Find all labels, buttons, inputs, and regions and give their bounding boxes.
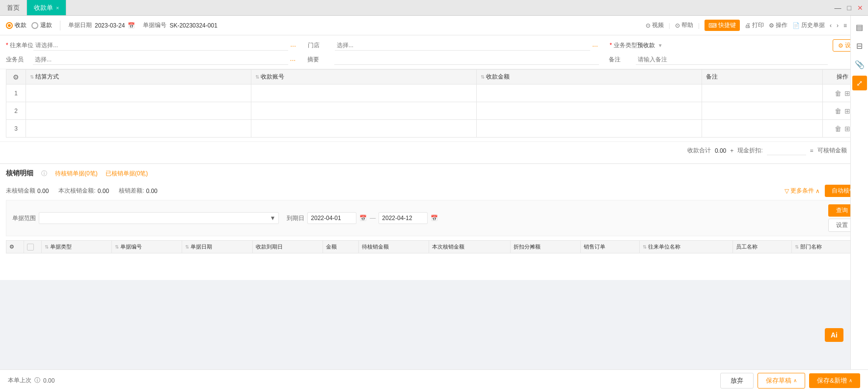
- sidebar-icon-1[interactable]: ▤: [852, 20, 867, 34]
- row-account-2[interactable]: [251, 102, 476, 120]
- delete-icon-1[interactable]: 🗑: [835, 89, 841, 97]
- help-label: 帮助: [681, 21, 693, 29]
- nav-next-btn[interactable]: ›: [837, 22, 839, 29]
- row-payment-2[interactable]: [26, 102, 251, 120]
- current-stat: 本次核销金额: 0.00: [58, 187, 109, 195]
- query-section: 单据范围 ▼ 到期日 📅 — 📅 查询 设置: [6, 200, 862, 236]
- radio-refund[interactable]: 退款: [31, 21, 52, 29]
- sidebar-icon-2[interactable]: ⊟: [852, 38, 867, 53]
- cal-icon-from[interactable]: 📅: [359, 215, 367, 222]
- receipt-table: ⚙ ⇅ 结算方式 ⇅ 收款账号 ⇅ 收款金额 备注 操作: [6, 69, 862, 138]
- total-value: 0.00: [715, 147, 726, 154]
- date-from-input[interactable]: [307, 212, 356, 224]
- tab-receipt[interactable]: 收款单 ×: [27, 0, 66, 15]
- store-input[interactable]: [335, 40, 590, 51]
- date-to-input[interactable]: [379, 212, 428, 224]
- range-select[interactable]: ▼: [39, 212, 279, 224]
- list-view-btn[interactable]: ≡: [843, 22, 847, 29]
- operation-btn[interactable]: ⚙ 操作: [769, 21, 787, 29]
- copy-icon-1[interactable]: ⊞: [844, 89, 850, 97]
- calendar-icon[interactable]: 📅: [128, 22, 135, 29]
- sidebar-icon-4[interactable]: ⤢: [852, 76, 867, 90]
- date-field: 到期日 📅 — 📅: [287, 212, 820, 224]
- close-btn[interactable]: ✕: [857, 4, 863, 12]
- radio-receipt-dot: [6, 22, 13, 29]
- done-tab[interactable]: 已核销单据(0笔): [106, 169, 148, 178]
- toolbar: 收款 退款 单据日期 2023-03-24 📅 单据编号 SK-20230324…: [0, 16, 868, 35]
- staff-more-btn[interactable]: ···: [288, 56, 298, 64]
- cal-icon-to[interactable]: 📅: [431, 215, 438, 222]
- discount-input[interactable]: [767, 146, 806, 155]
- counterparty-group: 往来单位 ···: [6, 40, 298, 51]
- staff-label: 业务员: [6, 56, 33, 64]
- shortcut-icon: ⌨: [708, 22, 717, 29]
- table-row: 1 🗑 ⊞: [6, 84, 862, 102]
- col-amount: ⇅ 收款金额: [476, 70, 702, 84]
- biz-type-value: 预收款: [637, 41, 655, 50]
- writeoff-stats: 未核销金额 0.00 本次核销金额: 0.00 核销差额: 0.00 ▽ 更多条…: [6, 182, 862, 200]
- biz-type-dropdown-icon[interactable]: ▼: [658, 43, 663, 48]
- shortcut-btn[interactable]: ⌨ 快捷键: [705, 20, 740, 31]
- col-current-amount: 本次核销金额: [429, 241, 511, 253]
- row-payment-3[interactable]: [26, 120, 251, 138]
- col-discount: 折扣分摊额: [511, 241, 581, 253]
- diff-stat: 核销差额: 0.00: [119, 187, 158, 195]
- row-amount-3[interactable]: [476, 120, 702, 138]
- row-payment-1[interactable]: [26, 84, 251, 102]
- row-num-1: 1: [6, 84, 26, 102]
- row-amount-1[interactable]: [476, 84, 702, 102]
- select-all-checkbox[interactable]: [27, 244, 34, 251]
- counterparty-label: 往来单位: [6, 41, 33, 50]
- operation-label: 操作: [776, 21, 787, 29]
- col-remark: 备注: [702, 70, 822, 84]
- equals-sign: =: [810, 147, 814, 154]
- video-label: 视频: [652, 21, 664, 29]
- table-row: 3 🗑 ⊞: [6, 120, 862, 138]
- unverified-stat: 未核销金额 0.00: [6, 187, 49, 195]
- radio-receipt[interactable]: 收款: [6, 21, 27, 29]
- bottom-gear-icon[interactable]: ⚙: [9, 244, 14, 250]
- nav-prev-btn[interactable]: ‹: [830, 22, 832, 29]
- row-remark-1[interactable]: [702, 84, 822, 102]
- staff-input[interactable]: [33, 55, 288, 65]
- copy-icon-3[interactable]: ⊞: [844, 125, 850, 133]
- col-gear-bottom[interactable]: ⚙: [6, 241, 24, 253]
- more-conditions-btn[interactable]: ▽ 更多条件 ∧: [785, 187, 820, 195]
- total-label: 收款合计: [687, 146, 711, 155]
- doc-no-value: SK-20230324-001: [169, 22, 217, 29]
- form-row-1: 往来单位 ··· 门店 ··· 业务类型 预收款 ▼ ⚙ 设置: [6, 39, 862, 52]
- copy-icon-2[interactable]: ⊞: [844, 107, 850, 115]
- row-amount-2[interactable]: [476, 102, 702, 120]
- sidebar-icon-3[interactable]: 📎: [852, 57, 867, 72]
- tab-home[interactable]: 首页: [0, 0, 27, 15]
- store-group: 门店 ···: [308, 40, 600, 51]
- delete-icon-3[interactable]: 🗑: [835, 125, 841, 133]
- writeoff-title: 核销明细: [6, 169, 33, 178]
- help-btn[interactable]: ⊙ 帮助: [675, 21, 693, 29]
- store-more-btn[interactable]: ···: [590, 42, 600, 50]
- table-gear-icon[interactable]: ⚙: [13, 73, 19, 81]
- maximize-btn[interactable]: □: [847, 4, 851, 12]
- remark-input[interactable]: [636, 55, 828, 65]
- counterparty-more-btn[interactable]: ···: [288, 42, 298, 50]
- writeoff-table: ⚙ ⇅ 单据类型 ⇅ 单据编号: [6, 240, 862, 253]
- row-account-3[interactable]: [251, 120, 476, 138]
- print-btn[interactable]: 🖨 打印: [745, 21, 764, 29]
- row-remark-3[interactable]: [702, 120, 822, 138]
- col-counterparty-name: ⇅ 往来单位名称: [640, 241, 732, 253]
- video-btn[interactable]: ⊙ 视频: [646, 21, 664, 29]
- right-sidebar: ▤ ⊟ 📎 ⤢: [850, 16, 868, 280]
- range-field: 单据范围 ▼: [12, 212, 279, 224]
- row-account-1[interactable]: [251, 84, 476, 102]
- writeoff-info-icon[interactable]: ⓘ: [41, 169, 47, 178]
- minimize-btn[interactable]: —: [835, 4, 841, 12]
- col-amount: 金额: [323, 241, 359, 253]
- history-btn[interactable]: 📄 历史单据: [792, 21, 825, 29]
- summary-input[interactable]: [334, 55, 599, 65]
- tab-close-btn[interactable]: ×: [56, 5, 59, 11]
- col-gear[interactable]: ⚙: [6, 70, 26, 84]
- delete-icon-2[interactable]: 🗑: [835, 107, 841, 115]
- pending-tab[interactable]: 待核销单据(0笔): [55, 169, 98, 178]
- counterparty-input[interactable]: [33, 40, 288, 51]
- row-remark-2[interactable]: [702, 102, 822, 120]
